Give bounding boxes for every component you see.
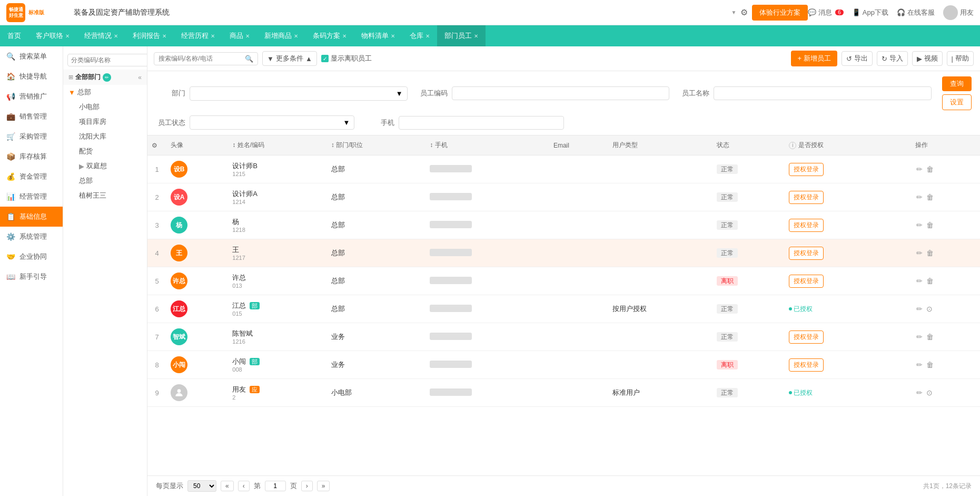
collapse-icon[interactable]: « <box>138 74 142 81</box>
close-icon[interactable]: ✕ <box>211 33 215 39</box>
user-menu[interactable]: 用友 <box>943 5 974 20</box>
col-name[interactable]: ↕ 姓名/编码 <box>228 135 326 155</box>
app-download-button[interactable]: 📱 App下载 <box>852 8 888 17</box>
system-dropdown-arrow[interactable]: ▼ <box>731 9 736 15</box>
trial-button[interactable]: 体验行业方案 <box>752 5 808 21</box>
tab-add-goods[interactable]: 新增商品 ✕ <box>257 25 305 46</box>
emp-name-input[interactable] <box>714 86 932 100</box>
dept-node-zhishu[interactable]: 植树王三 <box>74 188 147 203</box>
show-resigned-toggle[interactable]: ✓ 显示离职员工 <box>321 54 372 63</box>
edit-button[interactable]: ✏ <box>915 220 924 230</box>
close-icon[interactable]: ✕ <box>425 33 430 39</box>
dept-node-peihuo[interactable]: 配货 <box>74 144 147 159</box>
close-icon[interactable]: ✕ <box>65 33 70 39</box>
delete-button[interactable]: 🗑 <box>925 164 935 174</box>
more-conditions-button[interactable]: ▼ 更多条件 ▲ <box>262 51 317 66</box>
edit-button[interactable]: ✏ <box>915 248 924 258</box>
tab-customer[interactable]: 客户联络 ✕ <box>28 25 77 46</box>
search-btn-icon[interactable]: 🔍 <box>245 55 253 63</box>
auth-button[interactable]: 授权登录 <box>789 191 824 204</box>
copy-button[interactable]: ⊙ <box>925 304 934 314</box>
close-icon[interactable]: ✕ <box>114 33 118 39</box>
add-employee-button[interactable]: + 新增员工 <box>791 51 837 66</box>
col-settings[interactable]: ⚙ <box>147 135 166 155</box>
phone-input[interactable] <box>399 116 563 130</box>
delete-button[interactable]: 🗑 <box>925 192 935 202</box>
tab-bom[interactable]: 物料清单 ✕ <box>354 25 402 46</box>
close-icon[interactable]: ✕ <box>391 33 395 39</box>
tab-warehouse[interactable]: 仓库 ✕ <box>402 25 437 46</box>
sidebar-item-search[interactable]: 🔍 搜索菜单 <box>0 46 63 66</box>
col-phone[interactable]: ↕ 手机 <box>425 135 549 155</box>
auth-button[interactable]: 授权登录 <box>789 247 824 260</box>
auth-button[interactable]: 授权登录 <box>789 275 824 288</box>
messages-button[interactable]: 💬 消息 6 <box>808 8 844 17</box>
edit-button[interactable]: ✏ <box>915 276 924 286</box>
emp-code-input[interactable] <box>452 86 670 100</box>
first-page-button[interactable]: « <box>221 481 234 491</box>
sidebar-item-marketing[interactable]: 📢 营销推广 <box>0 86 63 106</box>
tab-goods[interactable]: 商品 ✕ <box>222 25 257 46</box>
search-input[interactable] <box>159 55 243 62</box>
gear-icon[interactable]: ⚙ <box>740 7 748 17</box>
sidebar-item-finance[interactable]: 💰 资金管理 <box>0 167 63 187</box>
auth-button[interactable]: 授权登录 <box>789 330 824 344</box>
next-page-button[interactable]: › <box>301 481 313 491</box>
edit-button[interactable]: ✏ <box>915 192 924 202</box>
query-button[interactable]: 查询 <box>942 76 972 91</box>
export-button[interactable]: ↺ 导出 <box>842 51 873 66</box>
tab-operation[interactable]: 经营情况 ✕ <box>77 25 125 46</box>
dept-node-shenyang[interactable]: 沈阳大库 <box>74 129 147 144</box>
edit-button[interactable]: ✏ <box>915 387 924 398</box>
page-input[interactable] <box>265 481 286 491</box>
emp-status-select[interactable]: ▼ <box>190 115 354 130</box>
auth-button[interactable]: 授权登录 <box>789 163 824 176</box>
edit-button[interactable]: ✏ <box>915 332 924 342</box>
sidebar-item-inventory[interactable]: 📦 库存核算 <box>0 147 63 167</box>
dept-node-xiaodianbu[interactable]: 小电部 <box>74 100 147 114</box>
tab-department[interactable]: 部门员工 ✕ <box>437 25 486 46</box>
dept-node-shuang[interactable]: ▶ 双庭想 <box>74 159 147 173</box>
sidebar-item-collab[interactable]: 🤝 企业协同 <box>0 247 63 267</box>
delete-button[interactable]: 🗑 <box>925 248 935 258</box>
tab-barcode[interactable]: 条码方案 ✕ <box>305 25 354 46</box>
sidebar-item-purchase[interactable]: 🛒 采购管理 <box>0 127 63 147</box>
sidebar-item-operation-mgmt[interactable]: 📊 经营管理 <box>0 187 63 207</box>
sidebar-item-sales[interactable]: 💼 销售管理 <box>0 106 63 127</box>
edit-button[interactable]: ✏ <box>915 359 924 370</box>
close-icon[interactable]: ✕ <box>162 33 166 39</box>
settings-button[interactable]: 设置 <box>942 94 972 110</box>
dept-node-project[interactable]: 项目库房 <box>74 114 147 129</box>
tab-profit[interactable]: 利润报告 ✕ <box>125 25 174 46</box>
edit-button[interactable]: ✏ <box>915 164 924 174</box>
dept-select[interactable]: ▼ <box>190 86 408 101</box>
edit-button[interactable]: ✏ <box>915 304 924 314</box>
dept-node-zongbu-parent[interactable]: ▼ 总部 <box>63 85 147 100</box>
delete-button[interactable]: 🗑 <box>925 359 935 370</box>
help-button[interactable]: | 帮助 <box>947 51 974 66</box>
delete-button[interactable]: 🗑 <box>925 276 935 286</box>
page-size-select[interactable]: 50 100 200 <box>187 480 216 492</box>
tab-home[interactable]: 首页 <box>0 25 28 46</box>
view-button[interactable]: ▶ 视频 <box>912 51 943 66</box>
online-service-button[interactable]: 🎧 在线客服 <box>897 8 935 17</box>
close-icon[interactable]: ✕ <box>294 33 298 39</box>
close-icon[interactable]: ✕ <box>474 33 478 39</box>
dept-node-zongbu-child[interactable]: 总部 <box>74 173 147 188</box>
delete-button[interactable]: 🗑 <box>925 220 935 230</box>
sidebar-item-system[interactable]: ⚙️ 系统管理 <box>0 227 63 247</box>
auth-button[interactable]: 授权登录 <box>789 358 824 372</box>
sidebar-item-basic-info[interactable]: 📋 基础信息 <box>0 207 63 227</box>
close-icon[interactable]: ✕ <box>342 33 347 39</box>
col-dept[interactable]: ↕ 部门/职位 <box>327 135 425 155</box>
delete-button[interactable]: 🗑 <box>925 332 935 342</box>
tab-journey[interactable]: 经营历程 ✕ <box>174 25 222 46</box>
close-icon[interactable]: ✕ <box>245 33 250 39</box>
last-page-button[interactable]: » <box>317 481 330 491</box>
copy-button[interactable]: ⊙ <box>925 387 934 398</box>
prev-page-button[interactable]: ‹ <box>238 481 250 491</box>
sidebar-item-nav[interactable]: 🏠 快捷导航 <box>0 66 63 86</box>
dept-search-input[interactable] <box>67 54 147 66</box>
sidebar-item-guide[interactable]: 📖 新手引导 <box>0 267 63 287</box>
auth-button[interactable]: 授权登录 <box>789 219 824 232</box>
